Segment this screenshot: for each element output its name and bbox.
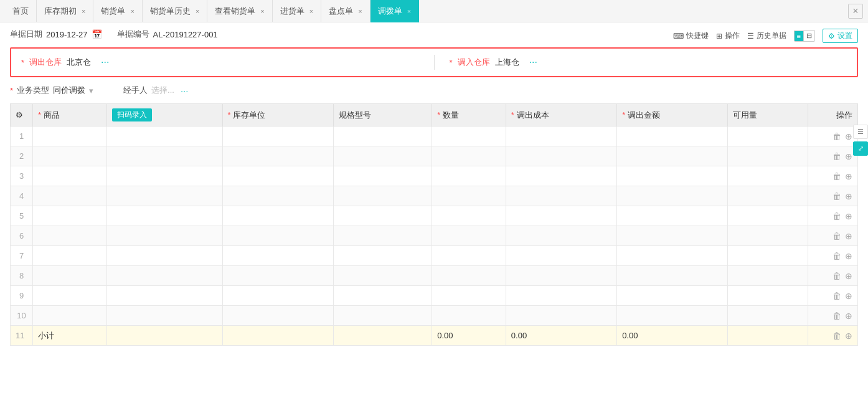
business-type-req: * (10, 86, 13, 95)
right-list-button[interactable]: ☰ (853, 125, 868, 139)
row-num-7: 7 (11, 246, 33, 266)
business-type-dropdown[interactable]: ▾ (89, 86, 93, 95)
cell-product-6[interactable] (33, 226, 107, 246)
cell-cost-8[interactable] (506, 266, 616, 286)
delete-icon-5[interactable]: 🗑 (833, 211, 841, 221)
delete-icon-8[interactable]: 🗑 (833, 271, 841, 281)
handler-placeholder[interactable]: 选择... (151, 85, 174, 96)
cell-qty-9[interactable] (432, 286, 506, 306)
handler-dots[interactable]: ··· (181, 85, 189, 96)
delete-icon-6[interactable]: 🗑 (833, 231, 841, 241)
cell-scan-8 (106, 266, 222, 286)
tab-view-sales[interactable]: 查看销货单 × (207, 0, 272, 22)
right-expand-button[interactable]: ⤢ (853, 141, 868, 156)
cell-available-1 (728, 126, 808, 146)
tab-home[interactable]: 首页 (5, 0, 37, 22)
business-type-label: 业务类型 (17, 85, 49, 96)
cell-qty-3[interactable] (432, 166, 506, 186)
tab-inventory-init-close[interactable]: × (82, 7, 85, 15)
window-close-button[interactable]: × (848, 4, 863, 19)
copy-icon-3[interactable]: ⊕ (845, 171, 852, 181)
cell-product-5[interactable] (33, 206, 107, 226)
cell-cost-1[interactable] (506, 126, 616, 146)
warehouse-in-dots[interactable]: ··· (529, 57, 537, 68)
copy-icon-6[interactable]: ⊕ (845, 231, 852, 241)
warehouse-out-dots[interactable]: ··· (101, 57, 109, 68)
cell-product-2[interactable] (33, 146, 107, 166)
delete-icon-11[interactable]: 🗑 (833, 331, 841, 341)
layout-btn-1[interactable]: ≡ (795, 31, 804, 41)
cell-cost-3[interactable] (506, 166, 616, 186)
cell-cost-7[interactable] (506, 246, 616, 266)
tab-inventory-count[interactable]: 盘点单 × (321, 0, 370, 22)
tab-transfer-order-close[interactable]: × (407, 7, 411, 15)
delete-icon-10[interactable]: 🗑 (833, 311, 841, 321)
cell-qty-8[interactable] (432, 266, 506, 286)
warehouse-in-label: 调入仓库 (458, 57, 490, 68)
delete-icon-3[interactable]: 🗑 (833, 171, 841, 181)
tab-view-sales-close[interactable]: × (260, 7, 264, 15)
tab-inventory-init[interactable]: 库存期初 × (37, 0, 93, 22)
cell-qty-6[interactable] (432, 226, 506, 246)
tab-sales-history-close[interactable]: × (196, 7, 199, 15)
cell-product-7[interactable] (33, 246, 107, 266)
settings-gear-icon: ⚙ (828, 32, 835, 40)
cell-cost-5[interactable] (506, 206, 616, 226)
cell-amount-1 (617, 126, 728, 146)
tab-inventory-count-close[interactable]: × (358, 7, 362, 15)
scan-button[interactable]: 扫码录入 (112, 108, 152, 121)
operations-button[interactable]: ⊞ 操作 (716, 31, 740, 41)
copy-icon-1[interactable]: ⊕ (845, 131, 852, 141)
cell-cost-2[interactable] (506, 146, 616, 166)
tab-transfer-order[interactable]: 调拨单 × (370, 0, 419, 22)
cell-product-4[interactable] (33, 186, 107, 206)
tab-sales-order-close[interactable]: × (130, 7, 134, 15)
copy-icon-8[interactable]: ⊕ (845, 271, 852, 281)
cell-product-1[interactable] (33, 126, 107, 146)
copy-icon-10[interactable]: ⊕ (845, 311, 852, 321)
tab-purchase-order-close[interactable]: × (309, 7, 313, 15)
delete-icon-9[interactable]: 🗑 (833, 291, 841, 301)
copy-icon-5[interactable]: ⊕ (845, 211, 852, 221)
cell-product-8[interactable] (33, 266, 107, 286)
cell-cost-10[interactable] (506, 306, 616, 326)
shortcuts-button[interactable]: ⌨ 快捷键 (673, 31, 709, 41)
cell-qty-5[interactable] (432, 206, 506, 226)
cell-scan-7 (106, 246, 222, 266)
copy-icon-9[interactable]: ⊕ (845, 291, 852, 301)
cell-qty-4[interactable] (432, 186, 506, 206)
tab-purchase-order[interactable]: 进货单 × (273, 0, 321, 22)
warehouse-in-field: * 调入仓库 上海仓 ··· (450, 57, 847, 68)
history-button[interactable]: ☰ 历史单据 (747, 31, 786, 41)
delete-icon-7[interactable]: 🗑 (833, 251, 841, 261)
tab-sales-history[interactable]: 销货单历史 × (143, 0, 207, 22)
row-num-4: 4 (11, 186, 33, 206)
delete-icon-2[interactable]: 🗑 (833, 151, 841, 161)
cell-qty-7[interactable] (432, 246, 506, 266)
cell-spec-1 (333, 126, 432, 146)
cell-cost-4[interactable] (506, 186, 616, 206)
cell-product-10[interactable] (33, 306, 107, 326)
delete-icon-4[interactable]: 🗑 (833, 191, 841, 201)
cell-qty-1[interactable] (432, 126, 506, 146)
copy-icon-2[interactable]: ⊕ (845, 151, 852, 161)
doc-number-label: 单据编号 (117, 29, 149, 40)
cell-unit-9 (222, 286, 333, 306)
tab-sales-order[interactable]: 销货单 × (93, 0, 142, 22)
cell-product-3[interactable] (33, 166, 107, 186)
cell-cost-9[interactable] (506, 286, 616, 306)
delete-icon-1[interactable]: 🗑 (833, 131, 841, 141)
cell-qty-2[interactable] (432, 146, 506, 166)
copy-icon-4[interactable]: ⊕ (845, 191, 852, 201)
layout-btn-2[interactable]: ⊟ (804, 31, 814, 41)
warehouse-out-field: * 调出仓库 北京仓 ··· (21, 57, 419, 68)
calendar-icon[interactable]: 📅 (92, 29, 102, 39)
copy-icon-11[interactable]: ⊕ (845, 331, 852, 341)
copy-icon-7[interactable]: ⊕ (845, 251, 852, 261)
cell-scan-1 (106, 126, 222, 146)
cell-qty-10[interactable] (432, 306, 506, 326)
col-gear[interactable]: ⚙ (11, 104, 33, 126)
cell-product-9[interactable] (33, 286, 107, 306)
cell-cost-6[interactable] (506, 226, 616, 246)
settings-button[interactable]: ⚙ 设置 (823, 29, 858, 43)
